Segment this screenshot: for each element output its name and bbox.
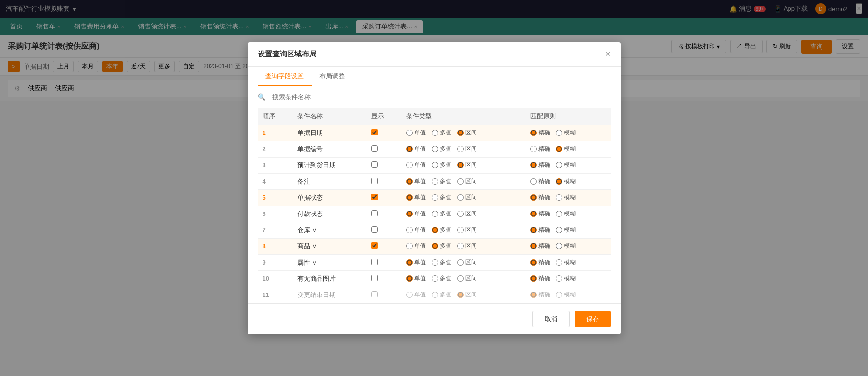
modal-title: 设置查询区域布局 xyxy=(258,50,316,59)
tab-layout-adjust[interactable]: 布局调整 xyxy=(312,67,353,86)
modal-header: 设置查询区域布局 × xyxy=(248,42,621,67)
modal-close-button[interactable]: × xyxy=(605,49,611,59)
modal-overlay: 设置查询区域布局 × 查询字段设置 布局调整 🔍 顺序 条件名称 xyxy=(0,0,868,101)
tab-layout-adjust-label: 布局调整 xyxy=(319,72,345,80)
settings-modal: 设置查询区域布局 × 查询字段设置 布局调整 🔍 顺序 条件名称 xyxy=(248,42,621,102)
modal-search-area: 🔍 xyxy=(248,86,621,102)
modal-tabs: 查询字段设置 布局调整 xyxy=(248,67,621,86)
search-icon: 🔍 xyxy=(258,93,265,101)
tab-query-fields-label: 查询字段设置 xyxy=(265,72,304,80)
search-input[interactable] xyxy=(268,91,367,102)
tab-query-fields[interactable]: 查询字段设置 xyxy=(258,67,312,86)
